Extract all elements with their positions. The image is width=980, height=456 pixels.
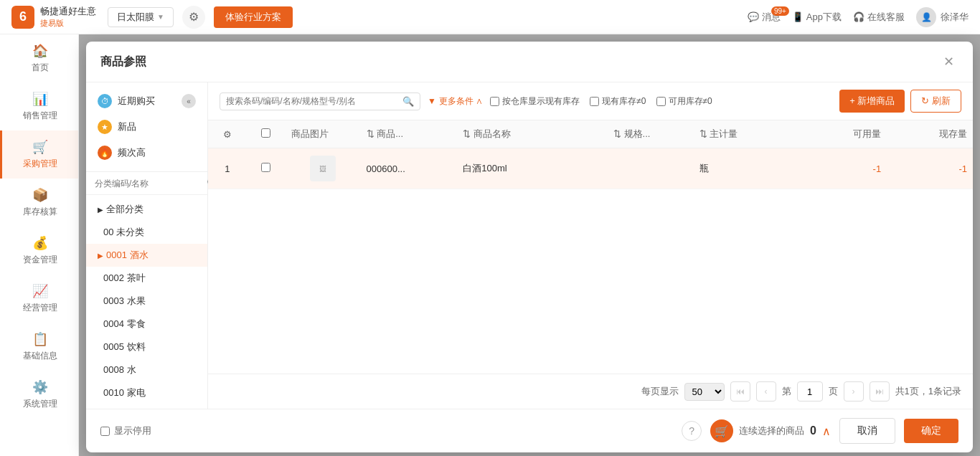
- chevron-right-icon: ▶: [98, 206, 103, 214]
- gear-button[interactable]: ⚙: [182, 6, 205, 29]
- category-0004[interactable]: 0004 零食: [86, 313, 207, 336]
- modal-close-button[interactable]: ✕: [938, 52, 958, 72]
- first-page-button[interactable]: ⏮: [730, 381, 750, 402]
- col-check-header[interactable]: [247, 120, 286, 148]
- refresh-button[interactable]: ↻ 刷新: [910, 90, 961, 113]
- chevron-right-icon: ▶: [98, 252, 103, 260]
- frequent-products[interactable]: 🔥 频次高: [86, 140, 207, 166]
- next-page-button[interactable]: ›: [844, 381, 864, 402]
- online-service[interactable]: 🎧 在线客服: [853, 11, 905, 24]
- topbar: 6 畅捷通好生意 捷易版 日太阳膜 ▼ ⚙ 体验行业方案 💬 消息 99+ 📱 …: [0, 0, 980, 34]
- new-icon: ★: [98, 120, 112, 134]
- store-selector[interactable]: 日太阳膜 ▼: [108, 7, 174, 27]
- collapse-icon[interactable]: «: [182, 94, 196, 108]
- per-page-select[interactable]: 20 50 100: [684, 383, 725, 401]
- logo-area: 6 畅捷通好生意 捷易版: [11, 5, 96, 29]
- col-spec-header[interactable]: ⇅ 规格...: [608, 120, 694, 148]
- product-thumbnail: 🖼: [310, 156, 336, 181]
- product-reference-modal: 商品参照 ✕ ⏱ 近期购买 « ★ 新: [86, 42, 973, 452]
- col-settings-header[interactable]: ⚙: [208, 120, 247, 148]
- page-suffix: 页: [829, 385, 838, 398]
- last-page-button[interactable]: ⏭: [870, 381, 890, 402]
- row-stock: -1: [887, 148, 973, 189]
- app-download[interactable]: 📱 App下载: [792, 11, 842, 24]
- sidebar-item-finance[interactable]: 💰 资金管理: [0, 227, 78, 275]
- add-product-button[interactable]: + 新增商品: [839, 90, 905, 113]
- recent-icon: ⏱: [98, 94, 112, 108]
- sidebar-item-sales[interactable]: 📊 销售管理: [0, 82, 78, 130]
- help-icon[interactable]: ?: [682, 421, 702, 441]
- logo-text-area: 畅捷通好生意 捷易版: [40, 5, 96, 29]
- topbar-actions: ⚙ 体验行业方案: [182, 6, 293, 29]
- recent-purchases[interactable]: ⏱ 近期购买 «: [86, 88, 207, 114]
- notification-badge: 99+: [771, 6, 789, 16]
- nonzero-stock-checkbox[interactable]: 现有库存≠0: [590, 95, 646, 108]
- topbar-right: 💬 消息 99+ 📱 App下载 🎧 在线客服 👤 徐泽华: [748, 7, 969, 27]
- sidebar-item-label: 基础信息: [23, 350, 57, 362]
- notification-item[interactable]: 💬 消息 99+: [748, 11, 781, 24]
- nonzero-avail-checkbox[interactable]: 可用库存≠0: [656, 95, 712, 108]
- sidebar-item-label: 采购管理: [23, 158, 57, 170]
- new-products[interactable]: ★ 新品: [86, 114, 207, 140]
- col-stock-header[interactable]: 现存量: [887, 120, 973, 148]
- online-service-label: 在线客服: [867, 11, 905, 24]
- col-code-header[interactable]: ⇅ 商品...: [361, 120, 458, 148]
- warehouse-stock-checkbox[interactable]: 按仓库显示现有库存: [490, 95, 580, 108]
- category-0005[interactable]: 0005 饮料: [86, 336, 207, 358]
- freq-label: 频次高: [118, 146, 146, 159]
- modal-header: 商品参照 ✕: [86, 42, 973, 82]
- logo-brand: 畅捷通好生意: [40, 5, 96, 18]
- user-info[interactable]: 👤 徐泽华: [916, 7, 969, 27]
- sidebar-item-label: 库存核算: [23, 206, 57, 218]
- row-check[interactable]: [247, 148, 286, 189]
- prev-page-button[interactable]: ‹: [756, 381, 776, 402]
- category-all[interactable]: ▶ 全部分类: [86, 198, 207, 221]
- col-img-header: 商品图片: [286, 120, 361, 148]
- col-avail-header[interactable]: 可用量: [779, 120, 887, 148]
- modal-title: 商品参照: [100, 54, 146, 70]
- page-label: 第: [782, 385, 791, 398]
- sidebar-item-home[interactable]: 🏠 首页: [0, 34, 78, 82]
- search-icon[interactable]: 🔍: [402, 96, 414, 107]
- total-info: 共1页，1条记录: [895, 385, 961, 398]
- row-available: -1: [779, 148, 887, 189]
- cart-icon[interactable]: 🛒: [710, 419, 733, 442]
- cancel-button[interactable]: 取消: [839, 418, 895, 444]
- category-search-input[interactable]: [95, 179, 202, 189]
- search-input[interactable]: [226, 96, 400, 106]
- category-0010[interactable]: 0010 家电: [86, 381, 207, 404]
- table-toolbar: 🔍 ▼ 更多条件 ∧ 按仓库显示现有库存 现有库存≠0: [208, 82, 973, 120]
- sidebar-item-basic-info[interactable]: 📋 基础信息: [0, 323, 78, 371]
- filter-button[interactable]: ▼ 更多条件 ∧: [428, 95, 483, 108]
- col-unit-header[interactable]: ⇅ 主计量: [694, 120, 780, 148]
- category-0001[interactable]: ▶ 0001 酒水: [86, 244, 207, 267]
- show-disabled-label: 显示停用: [114, 424, 151, 437]
- category-00[interactable]: 00 未分类: [86, 221, 207, 244]
- experience-button[interactable]: 体验行业方案: [214, 6, 293, 28]
- category-search-area: 🔍: [86, 172, 207, 195]
- category-0003[interactable]: 0003 水果: [86, 290, 207, 313]
- sidebar-item-inventory[interactable]: 📦 库存核算: [0, 179, 78, 227]
- page-input[interactable]: [797, 381, 823, 402]
- row-img: 🖼: [286, 148, 361, 189]
- sidebar-item-label: 首页: [32, 62, 49, 74]
- filter-icon: ▼: [428, 96, 436, 106]
- category-0008[interactable]: 0008 水: [86, 358, 207, 381]
- sidebar-item-label: 经营管理: [23, 302, 57, 314]
- username: 徐泽华: [941, 11, 969, 24]
- checkbox-group: 按仓库显示现有库存 现有库存≠0 可用库存≠0: [490, 95, 712, 108]
- headset-icon: 🎧: [853, 11, 864, 22]
- category-0002[interactable]: 0002 茶叶: [86, 267, 207, 290]
- col-name-header[interactable]: ⇅ 商品名称: [457, 120, 608, 148]
- confirm-button[interactable]: 确定: [904, 419, 958, 443]
- sidebar-item-system[interactable]: ⚙️ 系统管理: [0, 371, 78, 419]
- collapse-footer-icon[interactable]: ∧: [822, 424, 831, 438]
- home-icon: 🏠: [32, 43, 48, 59]
- phone-icon: 📱: [792, 11, 804, 22]
- sidebar-item-purchase[interactable]: 🛒 采购管理: [0, 130, 78, 179]
- sidebar-item-operations[interactable]: 📈 经营管理: [0, 275, 78, 323]
- recent-label: 近期购买: [118, 95, 155, 108]
- table-row[interactable]: 1 🖼 000600... 白酒100ml 瓶 -1: [208, 148, 973, 189]
- show-disabled-checkbox[interactable]: 显示停用: [100, 424, 151, 437]
- sidebar: 🏠 首页 📊 销售管理 🛒 采购管理 📦 库存核算 💰 资金管理 📈 经营管理 …: [0, 34, 79, 456]
